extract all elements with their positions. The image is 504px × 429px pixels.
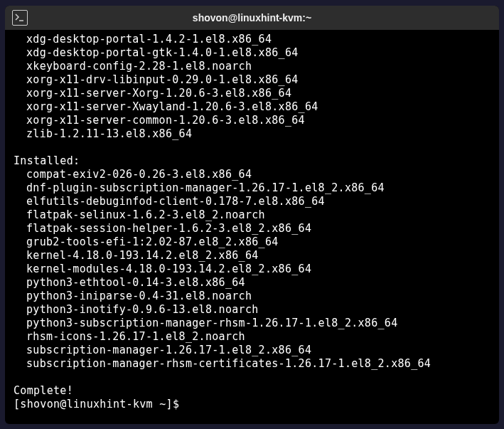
package-line: rhsm-icons-1.26.17-1.el8_2.noarch [14,330,490,344]
complete-message: Complete! [14,384,490,398]
package-line: subscription-manager-1.26.17-1.el8_2.x86… [14,344,490,357]
package-line: xorg-x11-drv-libinput-0.29.0-1.el8.x86_6… [14,73,490,87]
package-line: elfutils-debuginfod-client-0.178-7.el8.x… [14,195,490,208]
package-line: xkeyboard-config-2.28-1.el8.noarch [14,60,490,73]
package-line: compat-exiv2-026-0.26-3.el8.x86_64 [14,168,490,181]
installed-header: Installed: [14,154,490,168]
package-line: python3-subscription-manager-rhsm-1.26.1… [14,317,490,330]
terminal-window: shovon@linuxhint-kvm:~ xdg-desktop-porta… [5,6,499,424]
blank-line [14,371,490,384]
package-line: python3-ethtool-0.14-3.el8.x86_64 [14,276,490,290]
title-bar: shovon@linuxhint-kvm:~ [5,6,499,30]
installed-list: compat-exiv2-026-0.26-3.el8.x86_64 dnf-p… [14,168,490,371]
package-line: flatpak-selinux-1.6.2-3.el8_2.noarch [14,208,490,222]
shell-prompt[interactable]: [shovon@linuxhint-kvm ~]$ [14,398,490,411]
terminal-icon[interactable] [12,10,28,26]
package-line: zlib-1.2.11-13.el8.x86_64 [14,127,490,141]
package-line: xdg-desktop-portal-gtk-1.4.0-1.el8.x86_6… [14,46,490,60]
package-line: xorg-x11-server-Xorg-1.20.6-3.el8.x86_64 [14,87,490,100]
terminal-content[interactable]: xdg-desktop-portal-1.4.2-1.el8.x86_64 xd… [5,30,499,424]
package-line: python3-iniparse-0.4-31.el8.noarch [14,290,490,303]
window-title: shovon@linuxhint-kvm:~ [5,12,499,23]
package-line: subscription-manager-rhsm-certificates-1… [14,357,490,371]
package-line: kernel-4.18.0-193.14.2.el8_2.x86_64 [14,249,490,263]
package-line: dnf-plugin-subscription-manager-1.26.17-… [14,181,490,195]
package-line: grub2-tools-efi-1:2.02-87.el8_2.x86_64 [14,235,490,249]
blank-line [14,141,490,154]
package-line: python3-inotify-0.9.6-13.el8.noarch [14,303,490,317]
package-line: kernel-modules-4.18.0-193.14.2.el8_2.x86… [14,263,490,276]
package-line: xorg-x11-server-Xwayland-1.20.6-3.el8.x8… [14,100,490,114]
package-line: flatpak-session-helper-1.6.2-3.el8_2.x86… [14,222,490,235]
upgraded-list: xdg-desktop-portal-1.4.2-1.el8.x86_64 xd… [14,33,490,141]
package-line: xorg-x11-server-common-1.20.6-3.el8.x86_… [14,114,490,127]
package-line: xdg-desktop-portal-1.4.2-1.el8.x86_64 [14,33,490,46]
